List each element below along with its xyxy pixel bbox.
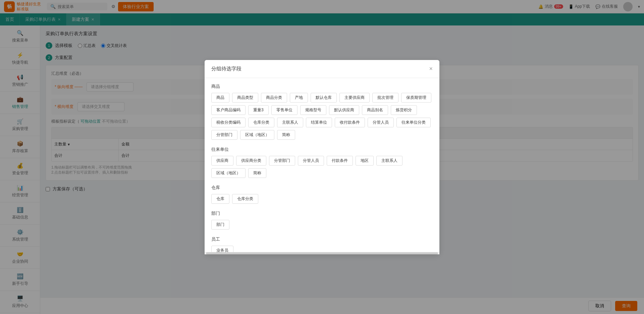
field-tag[interactable]: 商品 — [211, 93, 229, 103]
field-tag[interactable]: 税收分类编码 — [211, 118, 246, 127]
field-group-title: 仓库 — [211, 185, 433, 191]
field-tag[interactable]: 主联系人 — [277, 118, 303, 127]
modal-body: 商品商品商品类型商品分类产地默认仓库主要供应商批次管理保质期管理客户商品编码重量… — [205, 78, 439, 252]
field-group-部门: 部门部门 — [211, 210, 433, 230]
field-group-title: 往来单位 — [211, 146, 433, 152]
field-tag[interactable]: 付款条件 — [327, 156, 353, 166]
field-tags: 仓库仓库分类 — [211, 194, 433, 204]
field-tag[interactable]: 分管部门 — [269, 156, 295, 166]
field-tag[interactable]: 重量3 — [248, 105, 269, 115]
field-tag[interactable]: 简称 — [248, 168, 266, 178]
field-tag[interactable]: 分管部门 — [211, 130, 237, 140]
field-tags: 供应商供应商分类分管部门分管人员付款条件地区主联系人区域（地区）简称 — [211, 156, 433, 178]
field-tags: 商品商品类型商品分类产地默认仓库主要供应商批次管理保质期管理客户商品编码重量3零… — [211, 93, 433, 140]
field-tag[interactable]: 主联系人 — [376, 156, 402, 166]
modal-overlay[interactable]: 分组待选字段 × 商品商品商品类型商品分类产地默认仓库主要供应商批次管理保质期管… — [0, 0, 644, 314]
field-group-title: 员工 — [211, 236, 433, 242]
field-tag[interactable]: 保质期管理 — [401, 93, 431, 103]
field-tag[interactable]: 默认仓库 — [311, 93, 337, 103]
field-tags: 部门 — [211, 220, 433, 230]
field-tag[interactable]: 区域（地区） — [211, 168, 246, 178]
field-tag[interactable]: 默认供应商 — [329, 105, 359, 115]
field-tag[interactable]: 零售单位 — [271, 105, 298, 115]
field-tag[interactable]: 区域（地区） — [240, 130, 274, 140]
field-tag[interactable]: 主要供应商 — [339, 93, 370, 103]
field-tag[interactable]: 分管人员 — [298, 156, 324, 166]
field-group-仓库: 仓库仓库仓库分类 — [211, 185, 433, 204]
field-group-title: 部门 — [211, 210, 433, 216]
field-group-往来单位: 往来单位供应商供应商分类分管部门分管人员付款条件地区主联系人区域（地区）简称 — [211, 146, 433, 178]
modal-header: 分组待选字段 × — [205, 60, 439, 78]
field-tag[interactable]: 仓库分类 — [232, 194, 258, 204]
field-tag[interactable]: 往来单位分类 — [396, 118, 431, 127]
field-tag[interactable]: 批次管理 — [372, 93, 398, 103]
field-tag[interactable]: 客户商品编码 — [211, 105, 246, 115]
modal-horizontal-scrollbar[interactable] — [205, 252, 439, 254]
field-group-员工: 员工业务员 — [211, 236, 433, 252]
field-tag[interactable]: 业务员 — [211, 246, 233, 252]
field-tag[interactable]: 仓库分类 — [248, 118, 274, 127]
field-tag[interactable]: 商品类型 — [232, 93, 258, 103]
field-tag[interactable]: 结算单位 — [306, 118, 332, 127]
field-tag[interactable]: 供应商分类 — [236, 156, 266, 166]
field-group-title: 商品 — [211, 83, 433, 89]
field-tags: 业务员 — [211, 246, 433, 252]
field-tag[interactable]: 商品分类 — [261, 93, 287, 103]
modal-title: 分组待选字段 — [211, 66, 241, 72]
field-tag[interactable]: 分管人员 — [368, 118, 394, 127]
field-tag[interactable]: 规格型号 — [300, 105, 326, 115]
field-tag[interactable]: 商品别名 — [362, 105, 388, 115]
field-tag[interactable]: 收付款条件 — [335, 118, 365, 127]
hscroll-thumb — [206, 252, 438, 254]
field-tag[interactable]: 供应商 — [211, 156, 233, 166]
field-tag[interactable]: 产地 — [290, 93, 308, 103]
field-tag[interactable]: 仓库 — [211, 194, 229, 204]
modal-dialog: 分组待选字段 × 商品商品商品类型商品分类产地默认仓库主要供应商批次管理保质期管… — [205, 60, 439, 254]
field-tag[interactable]: 部门 — [211, 220, 229, 230]
modal-close-button[interactable]: × — [429, 65, 433, 72]
field-tag[interactable]: 炼货积分 — [391, 105, 417, 115]
field-group-商品: 商品商品商品类型商品分类产地默认仓库主要供应商批次管理保质期管理客户商品编码重量… — [211, 83, 433, 140]
field-tag[interactable]: 简称 — [277, 130, 295, 140]
field-tag[interactable]: 地区 — [356, 156, 374, 166]
